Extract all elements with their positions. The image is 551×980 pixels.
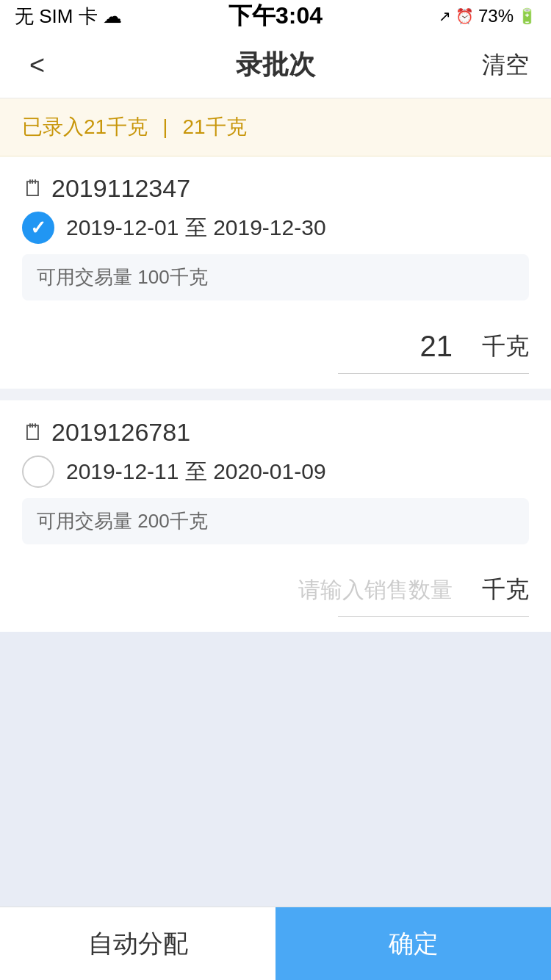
status-right: ↗ ⏰ 73% 🔋 xyxy=(439,6,536,26)
no-sim-text: 无 SIM 卡 ☁ xyxy=(15,4,122,29)
main-content: 🗒 2019112347 2019-12-01 至 2019-12-30 可用交… xyxy=(0,156,551,980)
bottom-bar: 自动分配 确定 xyxy=(0,907,551,980)
batch-1-quantity-row: 21 千克 xyxy=(0,315,551,370)
batch-2-doc-icon: 🗒 xyxy=(22,420,44,445)
batch-1-number: 2019112347 xyxy=(51,174,190,203)
status-bar: 无 SIM 卡 ☁ 下午3:04 ↗ ⏰ 73% 🔋 xyxy=(0,0,551,32)
batch-item-1: 🗒 2019112347 2019-12-01 至 2019-12-30 可用交… xyxy=(0,156,551,389)
status-left: 无 SIM 卡 ☁ xyxy=(15,4,122,29)
batch-1-doc-icon: 🗒 xyxy=(22,176,44,201)
batch-1-quantity-unit: 千克 xyxy=(482,331,529,363)
recorded-amount-label: 已录入21千克 xyxy=(22,113,148,141)
batch-2-radio[interactable] xyxy=(22,455,54,488)
batch-2-input-unit: 千克 xyxy=(482,574,529,606)
batch-2-header: 🗒 2019126781 xyxy=(22,418,529,447)
confirm-button[interactable]: 确定 xyxy=(276,907,551,980)
battery-icon: 🔋 xyxy=(518,7,536,25)
batch-1-available: 可用交易量 100千克 xyxy=(22,254,529,300)
batch-1-radio[interactable] xyxy=(22,212,54,244)
batch-2-input-placeholder: 请输入销售数量 xyxy=(298,575,453,605)
batch-1-header: 🗒 2019112347 xyxy=(22,174,529,203)
page-title: 录批次 xyxy=(236,47,315,83)
batch-2-input-row[interactable]: 请输入销售数量 千克 xyxy=(0,559,551,613)
recorded-amount-value: 21千克 xyxy=(182,113,246,141)
section-separator xyxy=(0,389,551,400)
batch-2-underline xyxy=(338,616,529,617)
battery-text: 73% xyxy=(478,6,514,26)
info-banner: 已录入21千克 | 21千克 xyxy=(0,98,551,156)
auto-distribute-button[interactable]: 自动分配 xyxy=(0,907,276,980)
batch-1-date-row: 2019-12-01 至 2019-12-30 xyxy=(22,212,529,244)
status-time: 下午3:04 xyxy=(228,0,323,32)
clear-button[interactable]: 清空 xyxy=(482,49,529,82)
batch-1-underline-container xyxy=(0,370,551,389)
batch-2-date-row: 2019-12-11 至 2020-01-09 xyxy=(22,455,529,488)
batch-2-date: 2019-12-11 至 2020-01-09 xyxy=(66,457,326,487)
location-icon: ↗ xyxy=(439,7,451,25)
batch-2-number: 2019126781 xyxy=(51,418,190,447)
batch-1-quantity-value: 21 xyxy=(420,330,453,363)
alarm-icon: ⏰ xyxy=(455,7,474,25)
nav-bar: < 录批次 清空 xyxy=(0,32,551,98)
batch-2-available: 可用交易量 200千克 xyxy=(22,498,529,544)
batch-item-2: 🗒 2019126781 2019-12-11 至 2020-01-09 可用交… xyxy=(0,400,551,632)
batch-1-date: 2019-12-01 至 2019-12-30 xyxy=(66,213,326,243)
back-button[interactable]: < xyxy=(22,43,52,88)
batch-2-underline-container xyxy=(0,613,551,632)
info-divider: | xyxy=(162,115,168,139)
batch-1-underline xyxy=(338,373,529,374)
